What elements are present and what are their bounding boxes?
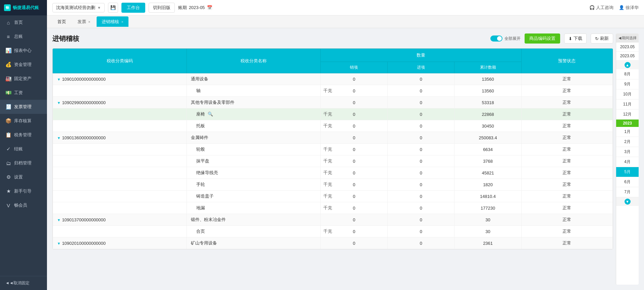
sidebar-item-settings[interactable]: ⚙ 设置 [0, 170, 47, 184]
sidebar-label-reports: 报表中心 [14, 48, 32, 54]
company-selector[interactable]: 沈海英测试经营勿删 ▼ [52, 3, 105, 12]
expand-icon[interactable]: ▼ [57, 218, 61, 222]
table-row[interactable]: 座椅🔍 千克 0 0 22868 正常 [53, 108, 613, 120]
cell-code [53, 144, 187, 155]
sidebar-label-invoice: 发票管理 [14, 104, 32, 110]
tab-check-close[interactable]: × [121, 20, 123, 24]
period-item-2023-05-start[interactable]: 2023.05 [616, 43, 639, 52]
period-nav-up[interactable]: ▲ [616, 61, 639, 69]
table-row[interactable]: ▼109013600000000000 金属铸件 0 0 250083.4 正常 [53, 132, 613, 144]
expand-icon[interactable]: ▼ [57, 77, 61, 81]
expand-icon[interactable]: ▼ [57, 101, 61, 105]
cell-purchase: 0 [387, 144, 454, 155]
table-row[interactable]: 轮毂 千克 0 0 6634 正常 [53, 144, 613, 155]
app-logo: 畅 畅捷通易代账 [0, 0, 47, 15]
toggle-track[interactable] [490, 35, 502, 42]
table-row[interactable]: 托板 千克 0 0 30450 正常 [53, 120, 613, 132]
period-item-7[interactable]: 7月 [616, 187, 639, 197]
download-button[interactable]: ⬇ 下载 [564, 33, 587, 44]
table-row[interactable]: 轴 千克 0 0 13560 正常 [53, 85, 613, 97]
cell-total: 30 [454, 214, 522, 226]
table-row[interactable]: ▼109029900000000000 其他专用设备及零部件 0 0 53318… [53, 97, 613, 108]
sidebar-item-guide[interactable]: ★ 新手引导 [0, 184, 47, 198]
period-item-2023-05-end[interactable]: 2023.05 [616, 52, 639, 61]
table-row[interactable]: 合页 千克 0 0 30 正常 [53, 226, 613, 237]
cell-warning: 正常 [521, 85, 612, 97]
expand-icon[interactable]: ▼ [57, 241, 61, 245]
col-header-warning: 预警状态 [521, 49, 612, 73]
sidebar-item-ledger[interactable]: ≡ 总账 [0, 29, 47, 44]
period-panel-header[interactable]: ◀ 期间选择 [616, 33, 639, 43]
cell-code: ▼109013700000000000 [53, 214, 187, 226]
table-row[interactable]: 铸造盖子 千克 0 0 14810.4 正常 [53, 191, 613, 202]
period-nav-down[interactable]: ▼ [616, 197, 639, 206]
period-item-8[interactable]: 8月 [616, 69, 639, 79]
tab-home[interactable]: 首页 [52, 16, 71, 27]
cell-sale: 千克 0 [321, 191, 388, 202]
table-row[interactable]: 手轮 千克 0 0 1820 正常 [53, 179, 613, 191]
old-version-button[interactable]: 切到旧版 [149, 3, 175, 13]
period-item-4[interactable]: 4月 [616, 157, 639, 167]
unpin-button[interactable]: ◄◄取消固定 [0, 276, 47, 290]
checkout-icon: ✓ [5, 146, 11, 152]
app-name: 畅捷通易代账 [13, 5, 39, 11]
table-row[interactable]: 地漏 千克 0 0 177230 正常 [53, 202, 613, 214]
period-display: 账期 2023-05 📅 [178, 5, 212, 11]
refresh-button[interactable]: ↻ 刷新 [591, 33, 613, 44]
calendar-icon[interactable]: 📅 [207, 5, 212, 10]
cell-warning: 正常 [521, 120, 612, 132]
cell-sale: 0 [321, 214, 388, 226]
period-value: 2023-05 [189, 5, 205, 10]
period-item-3[interactable]: 3月 [616, 147, 639, 157]
expand-all-toggle[interactable]: 全部展开 [490, 35, 521, 42]
sidebar-item-tax[interactable]: 📋 税务管理 [0, 128, 47, 142]
tabbar: 首页 发票 × 进销稽核 × [47, 15, 644, 28]
cell-purchase: 0 [387, 85, 454, 97]
search-icon[interactable]: 🔍 [208, 112, 213, 117]
table-row[interactable]: ▼109010000000000000 通用设备 0 0 13560 正常 [53, 73, 613, 85]
sidebar-item-reports[interactable]: 📊 报表中心 [0, 44, 47, 58]
period-item-2[interactable]: 2月 [616, 137, 639, 147]
chevron-down-icon[interactable]: ▼ [625, 199, 631, 205]
expand-icon[interactable]: ▼ [57, 136, 61, 140]
sidebar-label-inventory: 库存核算 [14, 118, 32, 124]
tab-check[interactable]: 进销稽核 × [97, 16, 128, 27]
sidebar-item-archive[interactable]: 🗂 归档管理 [0, 156, 47, 170]
user-profile[interactable]: 👤 徐泽华 [619, 5, 639, 11]
sidebar-item-funds[interactable]: 💰 资金管理 [0, 58, 47, 72]
service-button[interactable]: 🎧 人工咨询 [589, 5, 613, 11]
table-row[interactable]: ▼109013700000000000 锻件、粉末冶金件 0 0 30 正常 [53, 214, 613, 226]
cell-total: 3768 [454, 155, 522, 167]
period-item-12[interactable]: 12月 [616, 110, 639, 120]
chevron-up-icon[interactable]: ▲ [625, 62, 631, 68]
cell-sale: 0 [321, 237, 388, 249]
sidebar-item-member[interactable]: V 畅会员 [0, 198, 47, 212]
sidebar-item-invoice[interactable]: 🧾 发票管理 [0, 100, 47, 114]
period-panel: ◀ 期间选择 2023.05 2023.05 ▲ 8月 9月 10月 11月 1… [616, 33, 639, 285]
tab-invoice[interactable]: 发票 × [72, 16, 95, 27]
tab-invoice-close[interactable]: × [88, 20, 90, 24]
period-item-5[interactable]: 5月 [616, 167, 639, 177]
cell-code [53, 167, 187, 179]
period-item-9[interactable]: 9月 [616, 79, 639, 89]
table-row[interactable]: ▼109020100000000000 矿山专用设备 0 0 2361 正常 [53, 237, 613, 249]
save-button[interactable]: 💾 [108, 3, 118, 13]
cell-total: 2361 [454, 237, 522, 249]
sidebar-item-assets[interactable]: 🏭 固定资产 [0, 72, 47, 86]
period-item-6[interactable]: 6月 [616, 177, 639, 187]
cell-sale: 千克 0 [321, 179, 388, 191]
period-item-1[interactable]: 1月 [616, 127, 639, 137]
cell-total: 13560 [454, 73, 522, 85]
sidebar-item-home[interactable]: ⌂ 首页 [0, 15, 47, 29]
sidebar-item-inventory[interactable]: 📦 库存核算 [0, 114, 47, 128]
period-item-11[interactable]: 11月 [616, 99, 639, 110]
cell-name: 托板 [187, 120, 321, 132]
workbench-button[interactable]: 工作台 [121, 3, 145, 13]
table-row[interactable]: 绝缘导线壳 千克 0 0 45821 正常 [53, 167, 613, 179]
product-code-settings-button[interactable]: 商品编码设置 [525, 33, 560, 44]
sidebar-item-checkout[interactable]: ✓ 结账 [0, 142, 47, 156]
period-item-10[interactable]: 10月 [616, 89, 639, 99]
topbar: 沈海英测试经营勿删 ▼ 💾 工作台 切到旧版 账期 2023-05 📅 🎧 人工… [47, 0, 644, 15]
sidebar-item-salary[interactable]: 💵 工资 [0, 86, 47, 100]
table-row[interactable]: 抹平盘 千克 0 0 3768 正常 [53, 155, 613, 167]
